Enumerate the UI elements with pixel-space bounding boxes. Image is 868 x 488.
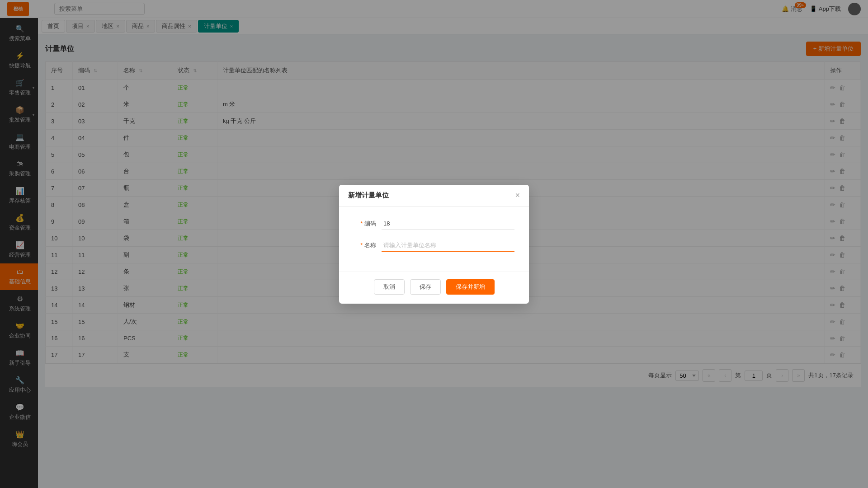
code-label: 编码 (354, 220, 376, 228)
modal-overlay[interactable]: 新增计量单位 × 编码 名称 取消 保存 保存并新增 (0, 0, 868, 488)
modal-footer: 取消 保存 保存并新增 (339, 272, 529, 304)
code-input[interactable] (382, 217, 514, 230)
save-button[interactable]: 保存 (410, 279, 441, 295)
form-row-name: 名称 (354, 239, 514, 252)
name-input[interactable] (382, 239, 514, 252)
modal-close-button[interactable]: × (515, 191, 520, 199)
modal-header: 新增计量单位 × (339, 185, 529, 206)
form-row-code: 编码 (354, 217, 514, 230)
cancel-button[interactable]: 取消 (374, 279, 405, 295)
modal-title: 新增计量单位 (348, 191, 389, 200)
add-unit-modal: 新增计量单位 × 编码 名称 取消 保存 保存并新增 (339, 185, 529, 304)
save-and-add-button[interactable]: 保存并新增 (446, 279, 495, 295)
name-label: 名称 (354, 241, 376, 249)
modal-body: 编码 名称 (339, 206, 529, 272)
